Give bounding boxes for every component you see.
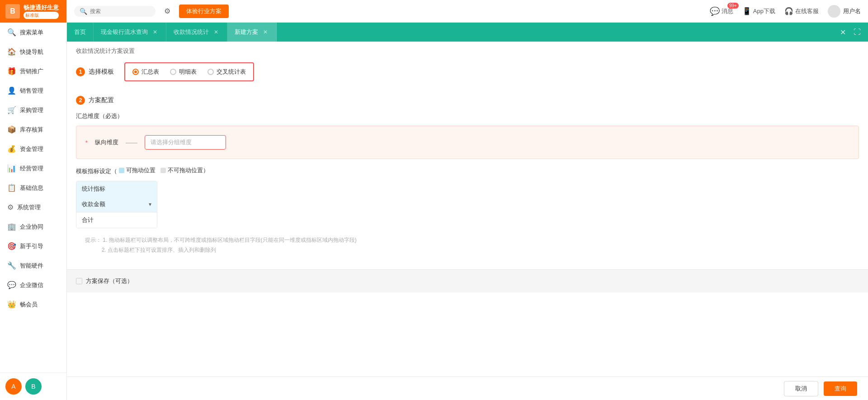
query-button[interactable]: 查询 (824, 381, 857, 396)
sidebar-item-newbie[interactable]: 🎯 新手引导 (0, 236, 66, 256)
page-breadcrumb: 收款情况统计方案设置 (67, 42, 868, 55)
tab-new-plan[interactable]: 新建方案 ✕ (227, 23, 277, 42)
radio-summary-btn[interactable] (132, 69, 139, 75)
radio-detail[interactable]: 明细表 (170, 68, 197, 76)
sidebar-item-marketing[interactable]: 🎁 营销推广 (0, 61, 66, 81)
sidebar-item-enterprise[interactable]: 🏢 企业协同 (0, 217, 66, 236)
section-template: 1 选择模板 汇总表 明细表 (67, 55, 868, 96)
tab-expand-button[interactable]: ⛶ (852, 27, 863, 38)
tab-bank-close[interactable]: ✕ (151, 28, 159, 36)
download-button[interactable]: 📱 App下载 (742, 7, 775, 15)
sidebar-item-label: 库存核算 (20, 126, 43, 134)
sidebar-item-operations[interactable]: 📊 经营管理 (0, 159, 66, 178)
radio-cross-label: 交叉统计表 (217, 68, 246, 76)
required-mark: * (85, 139, 88, 146)
group-dimension-select[interactable]: 请选择分组维度 (145, 135, 226, 150)
user-icon: 👤 (7, 86, 16, 95)
indicator-header-label: 统计指标 (82, 185, 105, 193)
sidebar-item-system[interactable]: ⚙ 系统管理 (0, 198, 66, 217)
save-option-bar: 方案保存（可选） (67, 269, 868, 292)
sidebar-item-label: 搜索菜单 (20, 28, 43, 37)
target-icon: 🎯 (7, 242, 16, 250)
indicator-column-header[interactable]: 收款金额 ▾ (76, 197, 157, 212)
search-bar[interactable]: 🔍 (74, 6, 156, 17)
template-options: 汇总表 明细表 交叉统计表 (124, 62, 254, 81)
download-label: App下载 (753, 7, 775, 15)
cancel-button[interactable]: 取消 (784, 381, 818, 396)
dropdown-arrow-icon: ▾ (149, 201, 151, 207)
indicator-header: 模板指标设定（ 可拖动位置 不可拖动位置） (76, 166, 859, 175)
movable-label: 可拖动位置 (126, 166, 156, 174)
tips-title: 提示： (85, 237, 101, 243)
search-input[interactable] (90, 8, 144, 14)
gift-icon: 🎁 (7, 67, 16, 75)
tab-home[interactable]: 首页 (67, 23, 94, 42)
radio-cross-btn[interactable] (208, 69, 214, 75)
tabs-bar: 首页 现金银行流水查询 ✕ 收款情况统计 ✕ 新建方案 ✕ ✕ ⛶ (67, 23, 868, 42)
user-menu[interactable]: 用户名 (828, 5, 861, 18)
tab-collection[interactable]: 收款情况统计 ✕ (166, 23, 227, 42)
sidebar-item-search[interactable]: 🔍 搜索菜单 (0, 23, 66, 42)
settings-button[interactable]: ⚙ (161, 5, 174, 18)
sidebar-item-funds[interactable]: 💰 资金管理 (0, 139, 66, 159)
sidebar-item-quicknav[interactable]: 🏠 快捷导航 (0, 42, 66, 61)
save-label: 方案保存（可选） (86, 277, 133, 285)
main-area: 🔍 ⚙ 体验行业方案 💬 99+ 消息 📱 App下载 🎧 在线客服 用户名 (67, 0, 868, 400)
sidebar-item-label: 采购管理 (20, 106, 43, 114)
sidebar-item-purchase[interactable]: 🛒 采购管理 (0, 100, 66, 120)
sidebar-logo: B 畅捷通好生意 标准版 (0, 0, 66, 23)
tab-new-plan-label: 新建方案 (235, 28, 258, 36)
sidebar-item-member[interactable]: 👑 畅会员 (0, 295, 66, 314)
radio-summary[interactable]: 汇总表 (132, 68, 159, 76)
radio-detail-btn[interactable] (170, 69, 176, 75)
save-checkbox[interactable] (76, 278, 82, 284)
sidebar: B 畅捷通好生意 标准版 🔍 搜索菜单 🏠 快捷导航 🎁 营销推广 👤 销售管理… (0, 0, 67, 400)
tips-item-2: 2. 点击标题栏下拉可设置排序、插入列和删除列 (102, 247, 216, 253)
sidebar-item-label: 销售管理 (20, 87, 43, 95)
sidebar-item-inventory[interactable]: 📦 库存核算 (0, 120, 66, 139)
column-name: 收款金额 (82, 200, 105, 208)
support-button[interactable]: 🎧 在线客服 (784, 7, 819, 15)
page-content: 收款情况统计方案设置 1 选择模板 汇总表 明细表 (67, 42, 868, 376)
clipboard-icon: 📋 (7, 184, 16, 192)
sidebar-item-basic[interactable]: 📋 基础信息 (0, 178, 66, 198)
crown-icon: 👑 (7, 300, 16, 309)
tabs-actions: ✕ ⛶ (832, 23, 868, 42)
tab-bank[interactable]: 现金银行流水查询 ✕ (94, 23, 166, 42)
section2-title: 2 方案配置 (76, 96, 859, 105)
radio-cross[interactable]: 交叉统计表 (208, 68, 246, 76)
dimension-row: * 纵向维度 —— 请选择分组维度 (85, 135, 849, 150)
section1-number: 1 (76, 67, 85, 76)
wrench-icon: 🔧 (7, 261, 16, 270)
chat-icon: 💬 (7, 281, 16, 289)
tab-new-plan-close[interactable]: ✕ (262, 28, 269, 36)
edition-badge: 标准版 (24, 12, 59, 19)
sidebar-avatar-1[interactable]: A (5, 378, 22, 395)
tab-collection-close[interactable]: ✕ (212, 28, 220, 36)
section-config: 2 方案配置 汇总维度（必选） * 纵向维度 —— 请选择分组维度 (67, 96, 868, 269)
sidebar-item-wechat[interactable]: 💬 企业微信 (0, 275, 66, 295)
industry-button[interactable]: 体验行业方案 (179, 5, 229, 18)
building-icon: 🏢 (7, 222, 16, 231)
money-icon: 💰 (7, 145, 16, 153)
tab-minimize-button[interactable]: ✕ (837, 27, 848, 38)
tips-section: 提示： 1. 拖动标题栏可以调整布局，不可跨维度或指标区域拖动栏目字段(只能在同… (76, 228, 859, 262)
field-label: 纵向维度 (95, 138, 118, 146)
sidebar-item-label: 企业协同 (20, 223, 43, 231)
section2-label: 方案配置 (89, 96, 114, 104)
sidebar-item-label: 快捷导航 (20, 48, 43, 56)
message-button[interactable]: 💬 99+ 消息 (710, 6, 733, 16)
sidebar-item-hardware[interactable]: 🔧 智能硬件 (0, 256, 66, 275)
indicator-table: 统计指标 收款金额 ▾ 合计 (76, 181, 157, 228)
message-icon: 💬 (710, 6, 720, 16)
indicator-total-row: 合计 (76, 212, 157, 228)
message-count: 99+ (727, 3, 739, 9)
tab-bank-label: 现金银行流水查询 (101, 28, 148, 36)
tips-item-1: 1. 拖动标题栏可以调整布局，不可跨维度或指标区域拖动栏目字段(只能在同一维度或… (103, 237, 356, 243)
sidebar-item-label: 系统管理 (17, 203, 41, 212)
radio-detail-label: 明细表 (179, 68, 197, 76)
sidebar-avatar-2[interactable]: B (25, 378, 42, 395)
fixed-label: 不可拖动位置） (168, 166, 209, 174)
indicator-table-header: 统计指标 (76, 181, 157, 197)
sidebar-item-sales[interactable]: 👤 销售管理 (0, 81, 66, 100)
